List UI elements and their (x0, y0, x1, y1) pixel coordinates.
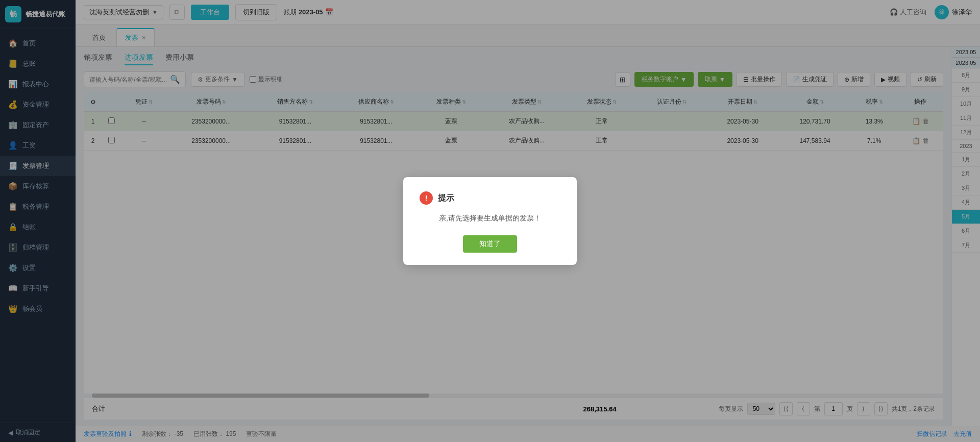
modal-dialog: ! 提示 亲,请先选择要生成单据的发票！ 知道了 (403, 177, 577, 265)
modal-overlay[interactable]: ! 提示 亲,请先选择要生成单据的发票！ 知道了 (0, 0, 980, 442)
modal-title-row: ! 提示 (420, 191, 560, 205)
modal-ok-button[interactable]: 知道了 (463, 235, 517, 253)
modal-message: 亲,请先选择要生成单据的发票！ (420, 214, 560, 223)
modal-footer: 知道了 (420, 235, 560, 253)
warning-icon: ! (420, 191, 433, 205)
modal-title: 提示 (438, 193, 454, 204)
